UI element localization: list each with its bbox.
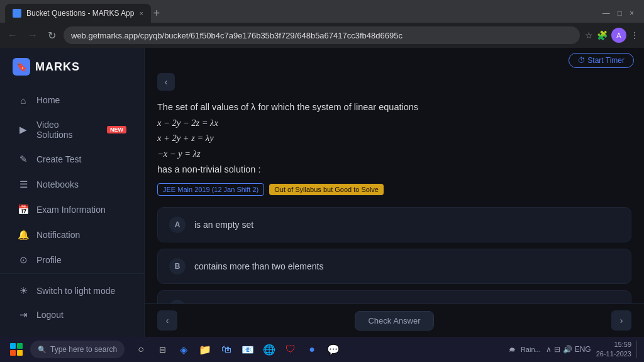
notification-icon: 🔔 xyxy=(18,229,29,240)
active-tab[interactable]: Bucket Questions - MARKS App × xyxy=(5,4,151,23)
sidebar-item-profile[interactable]: ⊙ Profile xyxy=(5,248,139,272)
back-button[interactable]: ‹ xyxy=(157,73,175,91)
windows-logo xyxy=(10,343,23,356)
taskbar-edge[interactable]: ◈ xyxy=(175,341,192,358)
option-b-text: contains more than two elements xyxy=(194,261,323,271)
taskbar-clock[interactable]: 15:59 26-11-2023 xyxy=(596,340,631,359)
sidebar-item-notebooks[interactable]: ☰ Notebooks xyxy=(5,173,139,196)
video-icon: ▶ xyxy=(18,124,29,135)
question-conclusion: has a non-trivial solution : xyxy=(157,164,260,174)
notebooks-icon: ☰ xyxy=(18,179,29,190)
taskbar-browser[interactable]: 🌐 xyxy=(260,341,278,358)
taskbar-cortana[interactable]: ○ xyxy=(132,341,150,358)
tab-bar: Bucket Questions - MARKS App × + — □ × xyxy=(0,0,644,23)
sidebar-item-label: Notebooks xyxy=(36,179,79,189)
logo-icon: 🔖 xyxy=(13,58,30,76)
tab-favicon xyxy=(13,9,21,18)
menu-icon[interactable]: ⋮ xyxy=(630,30,639,40)
next-button[interactable]: › xyxy=(611,310,631,331)
back-button[interactable]: ← xyxy=(5,28,20,42)
option-a[interactable]: A is an empty set xyxy=(157,207,631,242)
profile-icon: ⊙ xyxy=(18,254,29,266)
sidebar-item-home[interactable]: ⌂ Home xyxy=(5,88,139,112)
top-bar: ⏱ Start Timer xyxy=(145,48,644,73)
home-icon: ⌂ xyxy=(18,94,29,106)
taskbar: 🔍 Type here to search ○ ⊟ ◈ 📁 🛍 📧 🌐 🛡 ● … xyxy=(0,337,644,362)
taskbar-task-view[interactable]: ⊟ xyxy=(153,341,171,358)
chevron-up-icon[interactable]: ∧ xyxy=(546,345,552,354)
exam-tag: JEE Main 2019 (12 Jan Shift 2) xyxy=(157,183,264,196)
taskbar-shield[interactable]: 🛡 xyxy=(282,341,299,358)
logo-text: MARKS xyxy=(35,60,80,74)
light-mode-icon: ☀ xyxy=(18,285,29,297)
taskbar-chrome[interactable]: ● xyxy=(303,341,321,358)
taskbar-right: 🌧 Rain... ∧ ⊟ 🔊 ENG 15:59 26-11-2023 xyxy=(509,340,639,359)
start-timer-button[interactable]: ⏱ Start Timer xyxy=(569,53,634,68)
oos-tag: Out of Syllabus but Good to Solve xyxy=(269,184,384,195)
sidebar-item-label: Switch to light mode xyxy=(36,286,115,296)
url-bar[interactable] xyxy=(64,26,580,44)
sidebar-item-label: Notification xyxy=(36,230,80,240)
taskbar-mail[interactable]: 📧 xyxy=(239,341,257,358)
bottom-nav: ‹ Check Answer › xyxy=(145,303,644,337)
new-tab-button[interactable]: + xyxy=(153,7,160,20)
taskbar-rain-icon: 🌧 xyxy=(509,346,516,353)
sidebar-logo: 🔖 MARKS xyxy=(0,58,144,88)
main-content: ⏱ Start Timer ‹ The set of all values of… xyxy=(145,48,644,337)
new-badge: NEW xyxy=(107,126,126,133)
sidebar-item-exam-information[interactable]: 📅 Exam Information xyxy=(5,198,139,222)
sidebar: 🔖 MARKS ⌂ Home ▶ Video Solutions NEW ✎ C… xyxy=(0,48,145,337)
profile-avatar[interactable]: A xyxy=(611,28,626,43)
prev-button[interactable]: ‹ xyxy=(157,310,177,331)
sidebar-item-video-solutions[interactable]: ▶ Video Solutions NEW xyxy=(5,113,139,146)
sidebar-item-label: Create Test xyxy=(36,154,81,164)
sidebar-item-label: Exam Information xyxy=(36,205,106,215)
search-icon: 🔍 xyxy=(38,346,47,354)
sidebar-item-label: Home xyxy=(36,95,60,105)
minimize-btn[interactable]: — xyxy=(602,9,610,18)
extensions-icon[interactable]: 🧩 xyxy=(597,30,608,40)
logout-icon: ⇥ xyxy=(18,309,29,320)
sidebar-item-label: Video Solutions xyxy=(36,120,97,140)
option-c[interactable]: C is a singleton xyxy=(157,290,631,303)
create-test-icon: ✎ xyxy=(18,154,29,165)
taskbar-search-bar[interactable]: 🔍 Type here to search xyxy=(30,341,125,358)
volume-icon[interactable]: 🔊 xyxy=(563,345,572,354)
bookmark-icon[interactable]: ☆ xyxy=(585,30,593,40)
sidebar-item-label: Profile xyxy=(36,255,62,265)
option-a-text: is an empty set xyxy=(194,220,253,230)
network-icon[interactable]: ⊟ xyxy=(554,345,560,354)
taskbar-explorer[interactable]: 📁 xyxy=(196,341,214,358)
browser-chrome: Bucket Questions - MARKS App × + — □ × ←… xyxy=(0,0,644,48)
tab-close-btn[interactable]: × xyxy=(139,9,143,17)
taskbar-chat[interactable]: 💬 xyxy=(325,341,342,358)
taskbar-time-value: 15:59 xyxy=(596,340,631,349)
reload-button[interactable]: ↻ xyxy=(45,28,58,43)
sidebar-nav: ⌂ Home ▶ Video Solutions NEW ✎ Create Te… xyxy=(0,88,144,273)
equation-2: x + 2y + z = λy xyxy=(157,133,214,143)
browser-actions: ☆ 🧩 A ⋮ xyxy=(585,28,639,43)
check-answer-button[interactable]: Check Answer xyxy=(355,311,433,331)
windows-start-button[interactable] xyxy=(5,341,28,358)
sidebar-item-logout[interactable]: ⇥ Logout xyxy=(5,303,139,327)
close-btn[interactable]: × xyxy=(630,9,634,18)
taskbar-date-value: 26-11-2023 xyxy=(596,349,631,359)
equation-3: −x − y = λz xyxy=(157,149,201,159)
equation-1: x − 2y − 2z = λx xyxy=(157,118,218,128)
sidebar-item-light-mode[interactable]: ☀ Switch to light mode xyxy=(5,279,139,303)
question-intro: The set of all values of λ for which the… xyxy=(157,102,418,112)
question-text: The set of all values of λ for which the… xyxy=(157,99,631,177)
taskbar-store[interactable]: 🛍 xyxy=(218,341,235,358)
maximize-btn[interactable]: □ xyxy=(618,9,622,18)
option-a-label: A xyxy=(169,217,186,233)
sidebar-item-notification[interactable]: 🔔 Notification xyxy=(5,223,139,247)
taskbar-system-icons: ∧ ⊟ 🔊 ENG xyxy=(546,345,591,354)
address-bar: ← → ↻ ☆ 🧩 A ⋮ xyxy=(0,23,644,48)
sidebar-item-create-test[interactable]: ✎ Create Test xyxy=(5,147,139,171)
show-desktop-btn[interactable] xyxy=(636,341,639,358)
taskbar-app-icons: ○ ⊟ ◈ 📁 🛍 📧 🌐 🛡 ● 💬 xyxy=(132,341,342,358)
forward-button[interactable]: → xyxy=(25,28,40,42)
sidebar-item-label: Logout xyxy=(36,310,64,320)
option-b[interactable]: B contains more than two elements xyxy=(157,249,631,284)
search-placeholder: Type here to search xyxy=(50,345,117,354)
